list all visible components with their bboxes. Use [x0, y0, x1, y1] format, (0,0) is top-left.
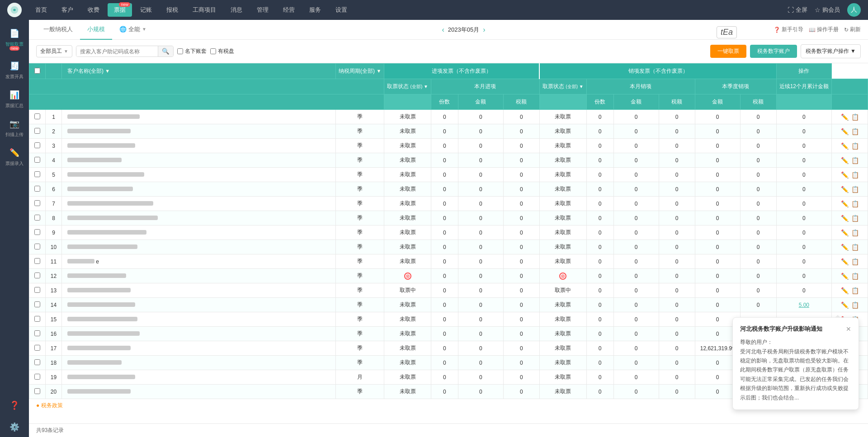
th-client-name[interactable]: 客户名称(全部) ▼: [62, 64, 336, 79]
in-amount-cell: 0: [458, 124, 503, 139]
tab-all[interactable]: 🌐 全能 ▼: [112, 20, 154, 40]
row-checkbox[interactable]: [34, 142, 40, 148]
nav-item-manage[interactable]: 管理: [250, 3, 275, 17]
edit-icon[interactable]: ✏️: [841, 157, 849, 164]
tax-disk-check[interactable]: [210, 48, 216, 54]
copy-icon[interactable]: 📋: [851, 171, 859, 179]
sidebar-item-scan-upload[interactable]: 📷 扫描上传: [2, 114, 27, 141]
next-month-button[interactable]: ›: [483, 26, 485, 34]
edit-icon[interactable]: ✏️: [841, 287, 849, 294]
row-checkbox[interactable]: [34, 113, 40, 119]
nav-item-ticket[interactable]: 票据 new: [108, 3, 132, 17]
copy-icon[interactable]: 📋: [851, 128, 859, 135]
copy-icon[interactable]: 📋: [851, 157, 859, 164]
copy-icon[interactable]: 📋: [851, 186, 859, 193]
guide-button[interactable]: ❓ 新手引导: [774, 26, 803, 33]
copy-icon[interactable]: 📋: [851, 142, 859, 150]
row-checkbox[interactable]: [34, 301, 40, 307]
digital-account-op-button[interactable]: 税务数字账户操作 ▼: [801, 44, 861, 58]
search-button[interactable]: 🔍: [158, 46, 173, 56]
row-checkbox[interactable]: [34, 374, 40, 380]
copy-icon[interactable]: 📋: [851, 301, 859, 309]
copy-icon[interactable]: 📋: [851, 258, 859, 265]
nav-item-client[interactable]: 客户: [55, 3, 80, 17]
row-checkbox[interactable]: [34, 128, 40, 134]
nav-item-bookkeeping[interactable]: 记账: [134, 3, 158, 17]
nav-item-business[interactable]: 工商项目: [186, 3, 222, 17]
error-icon[interactable]: ⊗: [404, 273, 411, 280]
prev-month-button[interactable]: ‹: [442, 26, 444, 34]
edit-icon[interactable]: ✏️: [841, 215, 849, 222]
copy-icon[interactable]: 📋: [851, 244, 859, 251]
copy-icon[interactable]: 📋: [851, 215, 859, 222]
row-checkbox[interactable]: [34, 215, 40, 221]
user-avatar[interactable]: 人: [847, 3, 861, 17]
refresh-button[interactable]: ↻ 刷新: [844, 26, 861, 33]
sidebar-item-bottom1[interactable]: ❓: [2, 395, 27, 415]
sidebar-item-bottom2[interactable]: ⚙️: [2, 417, 27, 437]
sidebar-item-ticket-entry[interactable]: ✏️ 票据录入: [2, 143, 27, 170]
nav-item-operation[interactable]: 经营: [277, 3, 301, 17]
sidebar-item-invoice-open[interactable]: 🧾 发票开具: [2, 56, 27, 83]
client-search-input[interactable]: [76, 47, 158, 56]
row-checkbox[interactable]: [34, 345, 40, 351]
notif-close-button[interactable]: ✕: [846, 325, 851, 333]
edit-icon[interactable]: ✏️: [841, 258, 849, 265]
th-period[interactable]: 纳税周期(全部) ▼: [336, 64, 384, 79]
sub-account-check[interactable]: [177, 48, 183, 54]
row-checkbox[interactable]: [34, 316, 40, 322]
th-out-status[interactable]: 取票状态 (全部) ▼: [539, 79, 586, 94]
period-cell: 季: [336, 211, 384, 226]
nav-item-fee[interactable]: 收费: [81, 3, 106, 17]
row-checkbox[interactable]: [34, 359, 40, 365]
nav-item-tax[interactable]: 报税: [160, 3, 184, 17]
row-checkbox[interactable]: [34, 258, 40, 264]
member-button[interactable]: ☆ 购会员: [815, 6, 840, 14]
row-checkbox[interactable]: [34, 157, 40, 163]
select-all-checkbox[interactable]: [34, 68, 40, 74]
employee-filter[interactable]: 全部员工 ▼: [36, 45, 72, 57]
edit-icon[interactable]: ✏️: [841, 273, 849, 280]
edit-icon[interactable]: ✏️: [841, 142, 849, 150]
row-checkbox[interactable]: [34, 186, 40, 192]
nav-item-message[interactable]: 消息: [224, 3, 249, 17]
error-icon[interactable]: ⊗: [559, 273, 566, 280]
client-name-cell: [62, 197, 336, 211]
in-count-cell: 0: [431, 312, 458, 327]
nav-item-service[interactable]: 服务: [303, 3, 327, 17]
edit-icon[interactable]: ✏️: [841, 186, 849, 193]
copy-icon[interactable]: 📋: [851, 273, 859, 280]
tax-disk-checkbox[interactable]: 有税盘: [210, 47, 234, 55]
tab-small-scale[interactable]: 小规模: [80, 20, 112, 40]
one-click-ticket-button[interactable]: 一键取票: [710, 45, 746, 58]
copy-icon[interactable]: 📋: [851, 200, 859, 207]
nav-item-home[interactable]: 首页: [29, 3, 53, 17]
copy-icon[interactable]: 📋: [851, 229, 859, 236]
tab-general-taxpayer[interactable]: 一般纳税人: [36, 20, 80, 40]
copy-icon[interactable]: 📋: [851, 287, 859, 294]
row-checkbox[interactable]: [34, 273, 40, 278]
digital-account-button[interactable]: 税务数字账户: [750, 45, 797, 58]
fullscreen-button[interactable]: ⛶ 全屏: [788, 6, 807, 14]
edit-icon[interactable]: ✏️: [841, 301, 849, 309]
edit-icon[interactable]: ✏️: [841, 171, 849, 179]
row-checkbox[interactable]: [34, 229, 40, 235]
nav-item-settings[interactable]: 设置: [329, 3, 354, 17]
sidebar-item-ticket-summary[interactable]: 📊 票据汇总: [2, 85, 27, 112]
row-checkbox[interactable]: [34, 200, 40, 206]
edit-icon[interactable]: ✏️: [841, 244, 849, 251]
sidebar-item-smart-ticket[interactable]: 📄 智能取票 new: [2, 23, 27, 54]
edit-icon[interactable]: ✏️: [841, 229, 849, 236]
edit-icon[interactable]: ✏️: [841, 128, 849, 135]
manual-button[interactable]: 📖 操作手册: [809, 26, 839, 33]
row-checkbox[interactable]: [34, 388, 40, 394]
row-checkbox[interactable]: [34, 171, 40, 177]
edit-icon[interactable]: ✏️: [841, 200, 849, 207]
sub-account-checkbox[interactable]: 名下账套: [177, 47, 207, 55]
row-checkbox[interactable]: [34, 287, 40, 293]
edit-icon[interactable]: ✏️: [841, 113, 849, 121]
th-in-status[interactable]: 取票状态 (全部) ▼: [384, 79, 431, 94]
row-checkbox[interactable]: [34, 244, 40, 249]
copy-icon[interactable]: 📋: [851, 113, 859, 121]
row-checkbox[interactable]: [34, 330, 40, 336]
